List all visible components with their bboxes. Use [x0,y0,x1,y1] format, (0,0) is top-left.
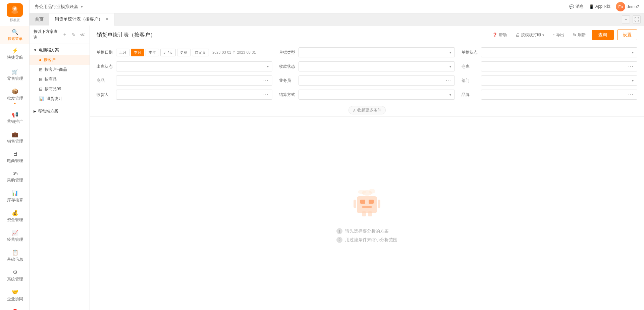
type-select[interactable]: ▾ [299,47,455,57]
tip-num-2: 2 [336,237,342,243]
user-profile-action[interactable]: Ea demo2 [616,2,639,11]
sidebar-item-inventory[interactable]: 📊 库存核算 [0,187,29,206]
settings-button[interactable]: 设置 [617,30,637,40]
date-btn-7days[interactable]: 近7天 [160,49,176,56]
ecommerce-icon: 🖥 [12,151,18,157]
app-download-action[interactable]: 📱 App下载 [589,4,610,9]
sidebar-item-basic-info[interactable]: 📋 基础信息 [0,246,29,266]
scheme-group-mobile-header[interactable]: ▶ 移动端方案 [30,106,90,116]
svg-point-1 [11,10,18,14]
header-dropdown-icon[interactable]: ▾ [81,4,83,9]
sidebar-item-collab[interactable]: 🤝 企业协同 [0,286,29,305]
scheme-collapse-button[interactable]: ≪ [79,31,86,38]
wholesale-icon: 📦 [12,88,18,95]
collapse-bar: ∧ 收起更多条件 [90,104,644,117]
sidebar-item-system[interactable]: ⚙ 系统管理 [0,266,29,286]
sidebar-item-sales[interactable]: 💼 销售管理 [0,128,29,148]
header-right: 💬 消息 📱 App下载 Ea demo2 [569,2,639,11]
svg-rect-8 [378,200,380,208]
tab-minimize-button[interactable]: － [622,15,630,23]
help-button[interactable]: ❓ 帮助 [490,31,509,39]
date-label: 单据日期 [97,50,113,55]
filter-salesperson: 业务员 ··· [279,75,455,86]
date-btn-last-month[interactable]: 上月 [116,49,129,56]
scheme-add-button[interactable]: ＋ [61,31,68,38]
date-btn-more[interactable]: 更多 [177,49,191,56]
message-action[interactable]: 💬 消息 [569,4,584,9]
receiver-select[interactable]: ··· [116,90,272,100]
sidebar-item-newuser[interactable]: 🎯 新手引导 [0,305,29,310]
scheme-header: 按以下方案查询 ＋ ✎ ≪ [30,25,90,44]
out-status-select[interactable]: ▾ [116,61,272,71]
top-header: 办公用品行业模拟账套 ▾ 💬 消息 📱 App下载 Ea demo2 [30,0,644,13]
scheme-edit-button[interactable]: ✎ [70,31,77,38]
date-btn-custom[interactable]: 自定义 [192,49,209,56]
scheme-item-customer-product[interactable]: ⊞ 按客户+商品 [30,65,90,74]
tab-expand-button[interactable]: ⛶ [633,15,641,23]
scheme-group-mobile: ▶ 移动端方案 [30,105,90,117]
tip-num-1: 1 [336,228,342,234]
print-icon: 🖨 [516,33,520,37]
svg-text:畅: 畅 [13,7,16,10]
status-select[interactable]: ▾ [481,47,637,57]
date-btn-this-year[interactable]: 本年 [146,49,159,56]
scheme-header-actions: ＋ ✎ ≪ [61,31,86,38]
brand-select[interactable]: ··· [481,90,637,100]
collapse-button[interactable]: ∧ 收起更多条件 [348,106,386,114]
svg-rect-4 [360,200,365,204]
svg-rect-9 [362,211,366,216]
scheme-item-by-customer[interactable]: ● 按客户 [30,55,90,65]
content-area: 销货单统计表（按客户） ❓ 帮助 🖨 按模板打印 ▾ ↑ 导出 [90,25,644,310]
collab-icon: 🤝 [12,289,18,295]
main-wrapper: 办公用品行业模拟账套 ▾ 💬 消息 📱 App下载 Ea demo2 首页 [30,0,644,310]
type-label: 单据类型 [279,50,296,55]
filter-product: 商品 ··· [97,75,272,86]
print-button[interactable]: 🖨 按模板打印 ▾ [513,31,547,39]
sidebar-item-marketing[interactable]: 📢 营销推广 [0,108,29,128]
scheme-item-by-product[interactable]: ⊟ 按商品 [30,74,90,84]
scheme-item-by-product99[interactable]: ⊟ 按商品99 [30,84,90,94]
date-range-text: 2023-03-01 至 2023-03-31 [212,50,256,55]
management-icon: 📈 [12,229,18,236]
settle-select[interactable]: ▾ [299,90,455,100]
scheme-item-return-stats[interactable]: 📊 退货统计 [30,94,90,104]
scheme-panel: 按以下方案查询 ＋ ✎ ≪ ▼ 电脑端方案 ● 按客户 ⊞ [30,25,90,310]
pay-status-select[interactable]: ▾ [299,61,455,71]
filter-warehouse: 仓库 ··· [462,61,637,71]
filter-receiver: 收货人 ··· [97,90,272,100]
sidebar-item-quicknav[interactable]: ⚡ 快捷导航 [0,44,29,64]
sidebar-item-management[interactable]: 📈 经营管理 [0,226,29,246]
warehouse-select[interactable]: ··· [481,61,637,71]
page-title-bar: 销货单统计表（按客户） ❓ 帮助 🖨 按模板打印 ▾ ↑ 导出 [90,25,644,43]
sidebar-item-ecommerce[interactable]: 🖥 电商管理 [0,148,29,167]
sidebar-item-search[interactable]: 🔍 搜索菜单 [0,26,29,44]
salesperson-label: 业务员 [279,78,296,84]
refresh-button[interactable]: ↻ 刷新 [570,31,588,39]
receiver-dots-icon: ··· [263,92,269,98]
export-icon: ↑ [553,33,555,37]
product-dots-icon: ··· [263,78,269,84]
empty-tip-2: 2 用过滤条件来缩小分析范围 [336,237,397,243]
product-select[interactable]: ··· [116,75,272,86]
print-dropdown-icon: ▾ [542,33,544,37]
date-btn-this-month[interactable]: 本月 [131,49,144,56]
query-button[interactable]: 查询 [592,30,614,40]
tab-home[interactable]: 首页 [30,13,49,25]
sidebar-item-retail[interactable]: 🛒 零售管理 [0,65,29,85]
customer-scheme-icon: ● [39,57,42,62]
quicknav-icon: ⚡ [12,47,18,54]
department-select[interactable]: ▾ [481,75,637,86]
page-actions: ❓ 帮助 🖨 按模板打印 ▾ ↑ 导出 ↻ 刷新 [490,30,637,40]
export-button[interactable]: ↑ 导出 [550,31,567,39]
scheme-group-desktop-header[interactable]: ▼ 电脑端方案 [30,45,90,55]
scheme-panel-title: 按以下方案查询 [34,29,61,40]
date-filter-control: 上月 本月 本年 近7天 更多 自定义 2023-03-01 至 2023-03… [116,49,272,56]
tab-sales-stats[interactable]: 销货单统计表（按客户） ✕ [49,13,114,25]
salesperson-select[interactable]: ··· [299,75,455,86]
sidebar-item-purchase[interactable]: 🛍 采购管理 [0,167,29,187]
newuser-icon: 🎯 [12,309,18,310]
sidebar-item-finance[interactable]: 💰 资金管理 [0,206,29,226]
page-content: 按以下方案查询 ＋ ✎ ≪ ▼ 电脑端方案 ● 按客户 ⊞ [30,25,644,310]
sidebar-item-wholesale[interactable]: 📦 批发管理 ▲ [0,85,29,108]
tab-close-button[interactable]: ✕ [105,17,109,21]
